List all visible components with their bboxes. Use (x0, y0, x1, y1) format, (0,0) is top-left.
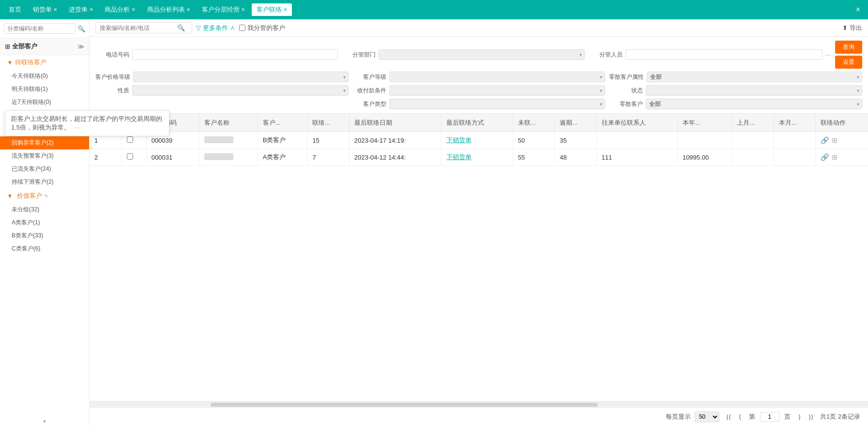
field-retail-customer: 零散客户 全部 (609, 99, 862, 109)
sidebar-all-customers[interactable]: ⊞ 全部客户 ≫ (0, 38, 89, 55)
field-retail-customer-label: 零散客户 (609, 100, 643, 108)
cell-method-2[interactable]: 下销货单 (441, 149, 513, 166)
action-icons-1: 🔗 ⊞ (821, 136, 863, 144)
first-page-button[interactable]: ⟨⟨ (723, 412, 734, 422)
field-price-level-select[interactable] (133, 72, 349, 82)
field-payment-select-wrapper (389, 85, 606, 96)
advanced-filter: 电话号码 分管部门 分管人员 ··· 查询 设置 (90, 37, 868, 114)
cell-year-2: 10995.00 (677, 149, 731, 166)
grid-icon-2[interactable]: ⊞ (832, 153, 838, 161)
cell-unlink-1: 50 (513, 132, 554, 149)
query-button[interactable]: 查询 (835, 41, 862, 54)
field-customer-level-label: 客户等级 (352, 73, 386, 81)
field-customer-level: 客户等级 (352, 72, 606, 82)
filter-bar: 🔍 ▽ 更多条件 ∧ 我分管的客户 ⬆ 导出 (90, 19, 868, 37)
sidebar-collapse-button[interactable]: ≫ (77, 43, 84, 50)
cell-name-1 (199, 132, 258, 149)
page-input[interactable] (760, 412, 779, 422)
field-nature-select-wrapper (132, 85, 349, 96)
adv-filter-row1: 电话号码 分管部门 分管人员 ··· 查询 设置 (95, 41, 862, 69)
sidebar-item-7days[interactable]: 近7天待联络(0) (0, 96, 89, 109)
field-customer-type-label: 客户类型 (352, 100, 386, 108)
sidebar-item-today[interactable]: 今天待联络(0) (0, 70, 89, 83)
field-department-select[interactable] (379, 49, 584, 60)
cell-contact-2: 7 (307, 149, 349, 166)
col-action: 联络动作 (816, 114, 868, 132)
sidebar-search-input[interactable] (4, 23, 76, 34)
cell-method-1[interactable]: 下销货单 (441, 132, 513, 149)
manager-more-icon[interactable]: ··· (825, 51, 831, 59)
export-button[interactable]: ⬆ 导出 (842, 24, 862, 32)
field-customer-type-select-wrapper (389, 99, 606, 109)
action-icons-2: 🔗 ⊞ (821, 153, 863, 161)
field-customer-level-select[interactable] (389, 72, 606, 82)
field-status-select[interactable] (646, 85, 862, 96)
horizontal-scrollbar[interactable] (90, 401, 868, 407)
field-retail-attr-select[interactable]: 全部 (647, 72, 862, 82)
cell-action-2: 🔗 ⊞ (816, 149, 868, 166)
cell-lastmonth-2 (732, 149, 774, 166)
nav-customer-contact[interactable]: 客户联络 × (252, 3, 292, 16)
sidebar-item-ungroup[interactable]: 未分组(32) (0, 203, 89, 216)
sidebar-item-tomorrow[interactable]: 明天待联络(1) (0, 83, 89, 96)
scroll-thumb[interactable] (211, 403, 598, 407)
cell-name-2 (199, 149, 258, 166)
window-close-button[interactable]: × (852, 3, 864, 16)
field-phone-input[interactable] (132, 49, 338, 60)
arrow-down-icon: ▼ (7, 59, 13, 66)
sidebar-item-a-class[interactable]: A类客户(1) (0, 216, 89, 229)
sidebar-group-value[interactable]: ▼ 价值客户 ✎ (0, 189, 89, 203)
field-nature-select[interactable] (132, 85, 349, 96)
nav-product-analysis[interactable]: 商品分析 × (100, 3, 140, 16)
field-phone: 电话号码 (95, 49, 338, 60)
prev-page-button[interactable]: ⟨ (736, 412, 744, 422)
field-customer-type: 客户类型 (352, 99, 606, 109)
link-icon-1[interactable]: 🔗 (821, 136, 829, 144)
nav-sales[interactable]: 销货单 × (28, 3, 62, 16)
row-checkbox-2[interactable] (127, 153, 133, 160)
field-customer-type-select[interactable] (389, 99, 606, 109)
total-records: 共1页 2条记录 (820, 412, 860, 421)
main-layout: 🔍 ⊞ 全部客户 ≫ ▼ 待联络客户 今天待联络(0) 明天待联络(1) 近7天… (0, 19, 868, 426)
filter-search-input[interactable] (100, 25, 177, 31)
filter-more-conditions[interactable]: ▽ 更多条件 ∧ (196, 24, 235, 32)
nav-product-list[interactable]: 商品分析列表 × (142, 3, 195, 16)
per-page-select[interactable]: 20 50 100 200 (695, 411, 719, 422)
next-page-button[interactable]: ⟩ (795, 412, 804, 422)
sidebar-group-pending[interactable]: ▼ 待联络客户 (0, 55, 89, 70)
sidebar-item-c-class[interactable]: C类客户(6) (0, 242, 89, 255)
nav-home[interactable]: 首页 (4, 3, 26, 16)
settings-button[interactable]: 设置 (835, 56, 862, 69)
cell-contact-1: 15 (307, 132, 349, 149)
sidebar-scroll-down[interactable]: ▼ (0, 417, 89, 426)
nav-customer-layer[interactable]: 客户分层经营 × (197, 3, 250, 16)
sidebar-item-lost[interactable]: 已流失客户(24) (0, 162, 89, 176)
page-navigation: ⟨⟨ ⟨ 第 页 ⟩ ⟩⟩ (723, 411, 816, 422)
cell-action-1: 🔗 ⊞ (816, 132, 868, 149)
field-retail-customer-select[interactable]: 全部 (646, 99, 862, 109)
method-link-1[interactable]: 下销货单 (446, 136, 472, 144)
col-last-date: 最后联络日期 (349, 114, 441, 132)
sidebar-item-loss-warning[interactable]: 流失预警客户(3) (0, 149, 89, 162)
method-link-2[interactable]: 下销货单 (446, 153, 472, 161)
cell-thismonth-2 (774, 149, 815, 166)
sidebar-item-repurchase-active[interactable]: 回购异常客户(2) (0, 136, 89, 149)
field-department: 分管部门 (342, 49, 584, 60)
grid-icon-1[interactable]: ⊞ (832, 136, 838, 144)
link-icon-2[interactable]: 🔗 (821, 153, 829, 161)
edit-icon[interactable]: ✎ (44, 193, 48, 199)
nav-purchase[interactable]: 进货单 × (64, 3, 98, 16)
cell-unlink-2: 55 (513, 149, 554, 166)
field-manager-input[interactable] (625, 49, 823, 60)
sidebar-item-b-class[interactable]: B类客户(33) (0, 229, 89, 242)
col-unlink-days: 未联... (513, 114, 554, 132)
filter-search-icon[interactable]: 🔍 (177, 24, 185, 31)
sidebar-group-pending-label: 待联络客户 (15, 58, 46, 67)
row-checkbox-1[interactable] (127, 136, 133, 143)
field-payment-select[interactable] (389, 85, 606, 96)
sidebar-search-icon[interactable]: 🔍 (77, 25, 85, 32)
field-manager: 分管人员 ··· (589, 49, 831, 60)
last-page-button[interactable]: ⟩⟩ (806, 412, 816, 422)
filter-my-checkbox[interactable] (239, 25, 245, 31)
sidebar-item-declining[interactable]: 持续下滑客户(2) (0, 176, 89, 189)
